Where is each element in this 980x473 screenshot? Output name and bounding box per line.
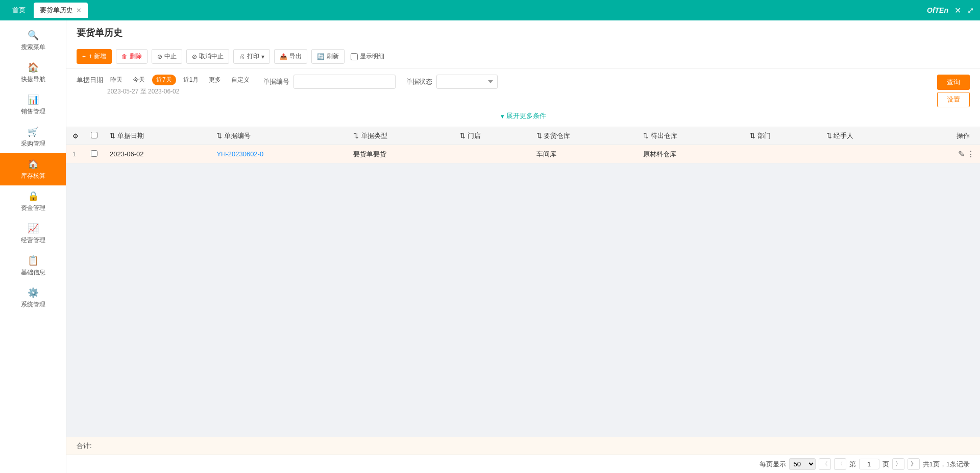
next-page-button[interactable]: 〉 [892, 458, 904, 470]
display-detail-checkbox[interactable] [351, 53, 358, 60]
col-department[interactable]: ⇅ 部门 [744, 127, 820, 145]
table-body: 1 2023-06-02 YH-20230602-0 要货单要货 车间库 原材料… [66, 145, 980, 163]
sidebar-item-finance-mgmt[interactable]: 🔒 资金管理 [0, 185, 66, 218]
table-container: ⚙ ⇅ 单据日期 ⇅ 单据编号 [66, 127, 980, 437]
col-handler[interactable]: ⇅ 经手人 [820, 127, 912, 145]
tab-requisition-history[interactable]: 要货单历史 ✕ [34, 3, 88, 18]
finance-mgmt-icon: 🔒 [28, 191, 39, 202]
col-doc-date[interactable]: ⇅ 单据日期 [104, 127, 210, 145]
query-button[interactable]: 查询 [937, 75, 970, 90]
col-checkbox [85, 127, 104, 145]
delete-label: 删除 [130, 52, 142, 61]
footer-total: 合计: [66, 437, 980, 455]
date-range-display: 2023-05-27 至 2023-06-02 [107, 88, 179, 95]
cancel-stop-icon: ⊘ [192, 53, 197, 60]
window-close-icon[interactable]: ✕ [954, 6, 961, 15]
row-req-warehouse: 车间库 [530, 145, 637, 163]
doc-status-select[interactable]: 审核中 已审核 已中止 [436, 75, 498, 89]
new-button[interactable]: + + 新增 [77, 49, 112, 64]
date-btn-today[interactable]: 今天 [130, 75, 148, 85]
export-icon: 📤 [280, 53, 287, 60]
current-page-input[interactable]: 1 [859, 459, 879, 469]
date-btn-last1month[interactable]: 近1月 [180, 75, 202, 85]
row-checkbox[interactable] [91, 150, 97, 157]
refresh-icon: 🔄 [317, 53, 325, 60]
total-info: 共1页，1条记录 [923, 460, 970, 469]
date-btn-yesterday[interactable]: 昨天 [107, 75, 126, 85]
first-page-button[interactable]: 《 [819, 458, 831, 470]
sidebar: 🔍 搜索菜单 🏠 快捷导航 📊 销售管理 🛒 采购管理 🏠 库存核算 🔒 资金管… [0, 20, 66, 473]
stop-button[interactable]: ⊘ 中止 [152, 49, 182, 64]
col-actions: 操作 [912, 127, 980, 145]
expand-more-conditions-button[interactable]: ▾ 展开更多条件 [501, 111, 546, 121]
top-bar-right: OfTEn ✕ ⤢ [927, 6, 974, 15]
prev-page-button[interactable]: 〈 [834, 458, 846, 470]
tab-home[interactable]: 首页 [6, 3, 32, 18]
col-store[interactable]: ⇅ 门店 [454, 127, 530, 145]
col-pending-warehouse[interactable]: ⇅ 待出仓库 [637, 127, 744, 145]
last-page-button[interactable]: 》 [908, 458, 920, 470]
print-button[interactable]: 🖨 打印 ▾ [233, 49, 270, 64]
expand-label: 展开更多条件 [506, 111, 546, 121]
pagination-bar: 每页显示 20 50 100 200 《 〈 第 1 页 〉 》 共1页，1条记… [66, 455, 980, 473]
row-actions: ✎ ⋮ [912, 145, 980, 163]
doc-number-label: 单据编号 [263, 77, 289, 86]
print-arrow-icon: ▾ [261, 53, 264, 60]
cancel-stop-button[interactable]: ⊘ 取消中止 [186, 49, 229, 64]
date-btn-last7days[interactable]: 近7天 [152, 75, 176, 85]
top-bar-brand: OfTEn [927, 6, 948, 14]
top-bar: 首页 要货单历史 ✕ OfTEn ✕ ⤢ [0, 0, 980, 20]
sidebar-item-purchase-mgmt[interactable]: 🛒 采购管理 [0, 121, 66, 153]
date-btn-custom[interactable]: 自定义 [228, 75, 253, 85]
expand-row: ▾ 展开更多条件 [77, 111, 970, 121]
window-maximize-icon[interactable]: ⤢ [967, 6, 974, 15]
page-unit-label: 页 [883, 460, 889, 469]
doc-number-input[interactable] [293, 75, 396, 89]
page-label: 第 [849, 460, 856, 469]
row-settings-cell: 1 [66, 145, 85, 163]
col-req-warehouse[interactable]: ⇅ 要货仓库 [530, 127, 637, 145]
refresh-button[interactable]: 🔄 刷新 [311, 49, 345, 64]
row-edit-icon[interactable]: ✎ [958, 150, 965, 158]
date-btn-more[interactable]: 更多 [206, 75, 224, 85]
sidebar-item-quick-nav[interactable]: 🏠 快捷导航 [0, 57, 66, 89]
display-detail-checkbox-container[interactable]: 显示明细 [351, 52, 384, 61]
print-icon: 🖨 [239, 53, 245, 60]
row-checkbox-cell [85, 145, 104, 163]
inventory-icon: 🏠 [28, 158, 39, 170]
delete-button[interactable]: 🗑 删除 [116, 49, 148, 64]
stop-icon: ⊘ [157, 53, 162, 60]
close-tab-icon[interactable]: ✕ [76, 7, 82, 14]
export-button[interactable]: 📤 导出 [274, 49, 307, 64]
export-label: 导出 [289, 52, 302, 61]
doc-status-filter: 单据状态 审核中 已审核 已中止 [406, 75, 498, 89]
row-doc-date: 2023-06-02 [104, 145, 210, 163]
doc-number-filter: 单据编号 [263, 75, 396, 89]
per-page-label: 每页显示 [760, 460, 786, 469]
refresh-label: 刷新 [327, 52, 339, 61]
col-settings[interactable]: ⚙ [66, 127, 85, 145]
filter-area: 单据日期 昨天 今天 近7天 近1月 更多 自定义 2023-05-27 至 2… [66, 68, 980, 127]
settings-button[interactable]: 设置 [937, 92, 970, 107]
main-content: 要货单历史 + + 新增 🗑 删除 ⊘ 中止 ⊘ 取消中止 🖨 打印 [66, 20, 980, 473]
row-more-icon[interactable]: ⋮ [967, 150, 975, 158]
sidebar-item-sales-mgmt[interactable]: 📊 销售管理 [0, 89, 66, 121]
doc-date-label: 单据日期 [77, 76, 103, 85]
row-doc-type: 要货单要货 [347, 145, 454, 163]
pagination: 每页显示 20 50 100 200 《 〈 第 1 页 〉 》 共1页，1条记… [760, 458, 970, 470]
sidebar-item-basic-info[interactable]: 📋 基础信息 [0, 250, 66, 282]
row-department [744, 145, 820, 163]
row-doc-number: YH-20230602-0 [210, 145, 347, 163]
doc-number-link[interactable]: YH-20230602-0 [216, 150, 263, 158]
sidebar-item-sys-mgmt[interactable]: ⚙️ 系统管理 [0, 282, 66, 314]
sidebar-item-search-menu[interactable]: 🔍 搜索菜单 [0, 25, 66, 57]
select-all-checkbox[interactable] [91, 132, 97, 138]
sys-mgmt-icon: ⚙️ [28, 287, 39, 298]
sidebar-item-inventory[interactable]: 🏠 库存核算 [0, 153, 66, 185]
per-page-select[interactable]: 20 50 100 200 [789, 458, 816, 470]
basic-info-icon: 📋 [28, 255, 39, 266]
table-section: ⚙ ⇅ 单据日期 ⇅ 单据编号 [66, 127, 980, 473]
col-doc-number[interactable]: ⇅ 单据编号 [210, 127, 347, 145]
col-doc-type[interactable]: ⇅ 单据类型 [347, 127, 454, 145]
sidebar-item-ops-mgmt[interactable]: 📈 经营管理 [0, 218, 66, 250]
